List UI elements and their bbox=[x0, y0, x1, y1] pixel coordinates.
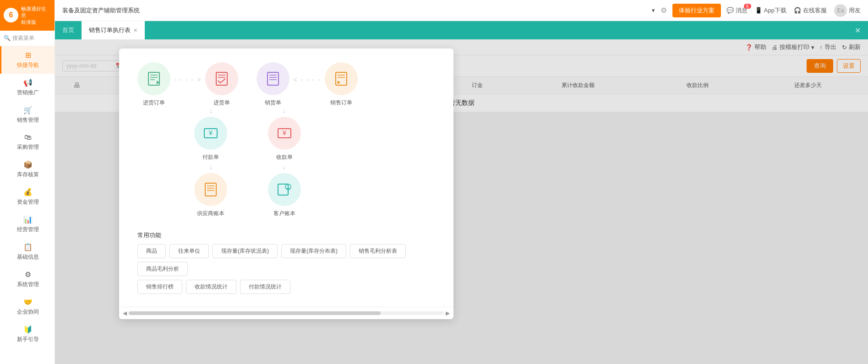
flow-node-sales-bill: 销货单 bbox=[257, 62, 289, 107]
sidebar-item-quick-nav[interactable]: ⊞ 快捷导航 bbox=[0, 46, 55, 74]
inventory-icon: 📦 bbox=[23, 160, 33, 169]
main-area: 装备及固定资产辅助管理系统 ▾ ⚙ 体验行业方案 💬 消息 6 📱 App下载 … bbox=[55, 0, 868, 364]
sidebar-item-sales[interactable]: 🛒 销售管理 bbox=[0, 101, 55, 129]
content-area: ❓ 帮助 🖨 按模板打印 ▾ ↑ 导出 ↻ 刷新 bbox=[55, 39, 868, 364]
customer-ledger-circle bbox=[268, 173, 301, 206]
flow-node-customer-ledger: 客户账本 bbox=[268, 173, 301, 217]
marketing-icon: 📢 bbox=[23, 78, 33, 87]
basic-info-icon: 📋 bbox=[23, 243, 33, 251]
func-grid-row2: 销售排行榜 收款情况统计 付款情况统计 bbox=[137, 280, 435, 294]
func-btn-stock-status[interactable]: 现存量(库存状况表) bbox=[213, 244, 278, 258]
user-menu[interactable]: Ea 用友 bbox=[834, 4, 861, 17]
scrollbar-track[interactable] bbox=[129, 311, 444, 315]
message-badge: 6 bbox=[744, 4, 751, 9]
sales-icon: 🛒 bbox=[23, 106, 33, 114]
close-all-tabs-icon[interactable]: ✕ bbox=[847, 26, 868, 35]
search-menu[interactable]: 🔍 搜索菜单 bbox=[0, 31, 55, 46]
enterprise-icon: 🤝 bbox=[23, 298, 33, 306]
func-btn-payment-stats[interactable]: 付款情况统计 bbox=[240, 280, 290, 294]
flow-node-purchase-bill: 进货单 bbox=[205, 62, 238, 107]
logo-text: 畅康通好生意 标准版 bbox=[21, 5, 51, 25]
func-btn-stock-dist[interactable]: 现存量(库存分布表) bbox=[281, 244, 346, 258]
newcomer-icon: 🔰 bbox=[23, 325, 33, 334]
sales-bill-circle bbox=[257, 62, 289, 95]
popup-box: 进货订单 - - - - > bbox=[119, 49, 453, 319]
purchase-icon: 🛍 bbox=[24, 133, 32, 141]
logo-icon: 6 bbox=[4, 8, 18, 22]
phone-icon: 📱 bbox=[755, 7, 762, 14]
popup-overlay[interactable]: 进货订单 - - - - > bbox=[55, 39, 868, 364]
message-icon: 💬 bbox=[726, 7, 734, 14]
scrollbar-thumb[interactable] bbox=[129, 311, 381, 315]
tab-sales-order-exec[interactable]: 销售订单执行表 ✕ bbox=[82, 21, 145, 39]
func-btn-partners[interactable]: 往来单位 bbox=[169, 244, 209, 258]
popup-content: 进货订单 - - - - > bbox=[119, 49, 453, 307]
sidebar-item-enterprise[interactable]: 🤝 企业协同 bbox=[0, 293, 55, 321]
common-functions: 常用功能 商品 往来单位 现存量(库存状况表) 现存量(库存分布表) 销售毛利分… bbox=[137, 231, 435, 294]
system-dropdown[interactable]: ▾ bbox=[652, 7, 655, 14]
common-functions-title: 常用功能 bbox=[137, 231, 435, 239]
svg-rect-5 bbox=[216, 72, 227, 85]
supplier-ledger-circle bbox=[194, 173, 227, 206]
online-service-action[interactable]: 🎧 在线客服 bbox=[794, 6, 827, 15]
svg-text:¥: ¥ bbox=[208, 129, 213, 136]
sidebar: 6 畅康通好生意 标准版 🔍 搜索菜单 ⊞ 快捷导航 📢 营销推广 🛒 销售管理 bbox=[0, 0, 55, 364]
svg-rect-18 bbox=[336, 72, 347, 85]
tab-home[interactable]: 首页 bbox=[55, 21, 82, 39]
svg-rect-24 bbox=[278, 184, 288, 195]
header-actions: 💬 消息 6 📱 App下载 🎧 在线客服 Ea 用友 bbox=[726, 4, 861, 17]
svg-marker-21 bbox=[338, 81, 340, 84]
sidebar-item-newcomer[interactable]: 🔰 新手引导 bbox=[0, 321, 55, 348]
system-icon: ⚙ bbox=[25, 270, 31, 279]
app-download-action[interactable]: 📱 App下载 bbox=[755, 6, 786, 15]
top-header: 装备及固定资产辅助管理系统 ▾ ⚙ 体验行业方案 💬 消息 6 📱 App下载 … bbox=[55, 0, 868, 21]
flow-node-supplier-ledger: 供应商账本 bbox=[194, 173, 227, 217]
search-icon: 🔍 bbox=[4, 35, 11, 41]
func-btn-product-profit[interactable]: 商品毛利分析 bbox=[137, 262, 188, 276]
system-title: 装备及固定资产辅助管理系统 bbox=[62, 6, 646, 15]
sidebar-nav: ⊞ 快捷导航 📢 营销推广 🛒 销售管理 🛍 采购管理 📦 库存核算 💰 bbox=[0, 46, 55, 364]
sidebar-item-operations[interactable]: 📊 经营管理 bbox=[0, 211, 55, 238]
sales-order-circle bbox=[325, 62, 358, 95]
scroll-right-icon[interactable]: ▶ bbox=[446, 310, 450, 316]
func-btn-product[interactable]: 商品 bbox=[137, 244, 166, 258]
settings-icon[interactable]: ⚙ bbox=[661, 6, 667, 15]
finance-icon: 💰 bbox=[23, 188, 33, 196]
headset-icon: 🎧 bbox=[794, 7, 801, 14]
sidebar-item-finance[interactable]: 💰 资金管理 bbox=[0, 183, 55, 211]
experience-btn[interactable]: 体验行业方案 bbox=[672, 4, 721, 17]
avatar: Ea bbox=[834, 4, 847, 17]
tab-close-icon[interactable]: ✕ bbox=[133, 27, 137, 33]
receipt-bill-circle: ¥ bbox=[268, 117, 301, 150]
svg-rect-14 bbox=[267, 72, 278, 85]
sidebar-item-inventory[interactable]: 📦 库存核算 bbox=[0, 156, 55, 183]
sidebar-item-marketing[interactable]: 📢 营销推广 bbox=[0, 74, 55, 101]
purchase-bill-circle bbox=[205, 62, 238, 95]
flow-node-payment-bill: ¥ 付款单 bbox=[194, 117, 227, 161]
flow-diagram: 进货订单 - - - - > bbox=[137, 62, 435, 217]
flow-node-receipt-bill: ¥ 收款单 bbox=[268, 117, 301, 161]
logo-area: 6 畅康通好生意 标准版 bbox=[0, 0, 55, 31]
sidebar-item-basic-info[interactable]: 📋 基础信息 bbox=[0, 238, 55, 266]
func-btn-sales-rank[interactable]: 销售排行榜 bbox=[137, 280, 182, 294]
message-action[interactable]: 💬 消息 6 bbox=[726, 6, 748, 15]
operations-icon: 📊 bbox=[23, 215, 33, 224]
popup-scrollbar: ◀ ▶ bbox=[119, 307, 453, 319]
payment-bill-circle: ¥ bbox=[194, 117, 227, 150]
func-btn-receipt-stats[interactable]: 收款情况统计 bbox=[186, 280, 236, 294]
sidebar-item-system[interactable]: ⚙ 系统管理 bbox=[0, 266, 55, 293]
func-btn-sales-profit[interactable]: 销售毛利分析表 bbox=[350, 244, 406, 258]
purchase-order-circle bbox=[137, 62, 170, 95]
tab-bar: 首页 销售订单执行表 ✕ ✕ bbox=[55, 21, 868, 39]
quick-nav-icon: ⊞ bbox=[25, 51, 31, 60]
func-grid-row1: 商品 往来单位 现存量(库存状况表) 现存量(库存分布表) 销售毛利分析表 商品… bbox=[137, 244, 435, 276]
svg-rect-10 bbox=[205, 183, 216, 196]
scroll-left-icon[interactable]: ◀ bbox=[123, 310, 127, 316]
flow-node-sales-order: 销售订单 bbox=[325, 62, 358, 107]
sidebar-item-purchase[interactable]: 🛍 采购管理 bbox=[0, 129, 55, 156]
flow-node-purchase-order: 进货订单 bbox=[137, 62, 170, 107]
svg-text:¥: ¥ bbox=[282, 129, 286, 136]
